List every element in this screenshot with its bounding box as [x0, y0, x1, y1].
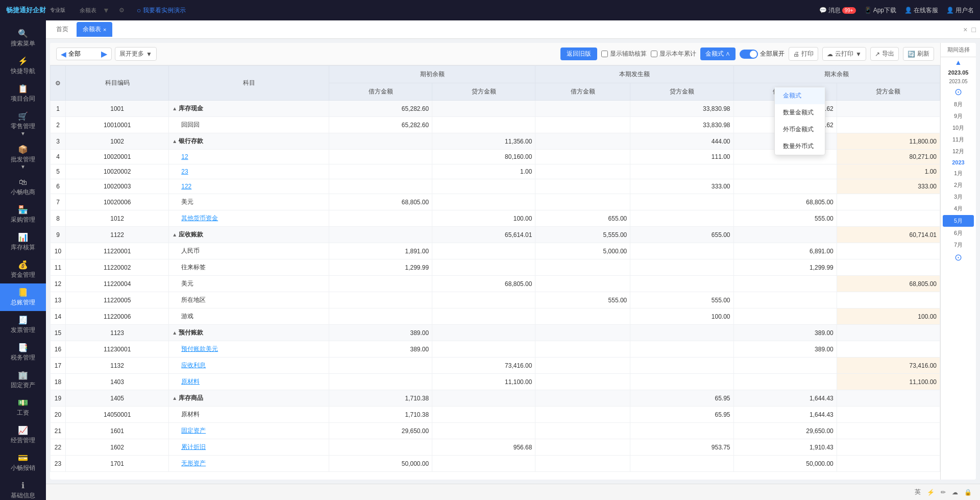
- period-collapse-icon[interactable]: ⊙: [941, 251, 976, 264]
- online-service-btn[interactable]: 👤 在线客服: [904, 6, 938, 15]
- cloud-print-btn[interactable]: ☁ 云打印 ▼: [822, 47, 866, 61]
- settings-icon[interactable]: ⚙: [119, 7, 125, 14]
- tab-home[interactable]: 首页: [50, 22, 75, 37]
- amount-style-option-4[interactable]: 数量外币式: [775, 138, 825, 155]
- sidebar-item-quicknav[interactable]: ⚡ 快捷导航: [0, 52, 46, 80]
- ytd-checkbox-input[interactable]: [651, 51, 657, 57]
- sidebar-item-wholesale[interactable]: 📦 批发管理 ▼: [0, 140, 46, 174]
- sidebar-item-basic[interactable]: ℹ 基础信息: [0, 477, 46, 500]
- sidebar-item-operations[interactable]: 📈 经营管理: [0, 421, 46, 449]
- period-month-6[interactable]: 6月: [941, 227, 976, 239]
- user-avatar[interactable]: 👤 用户名: [946, 6, 974, 15]
- period-month-9[interactable]: 9月: [941, 110, 976, 122]
- account-link[interactable]: 固定资产: [181, 427, 206, 434]
- period-month-11[interactable]: 11月: [941, 134, 976, 146]
- sidebar-item-invoice[interactable]: 🧾 发票管理: [0, 311, 46, 339]
- cell-name[interactable]: 无形资产: [169, 456, 329, 472]
- account-link[interactable]: 其他货币资金: [181, 215, 218, 222]
- cell-per-debit: [535, 439, 630, 456]
- header-settings-icon[interactable]: ⚙: [51, 66, 66, 101]
- period-month-8[interactable]: 8月: [941, 99, 976, 110]
- amount-style-option-1[interactable]: 金额式: [775, 87, 825, 104]
- sidebar-item-fixed-assets[interactable]: 🏢 固定资产: [0, 366, 46, 394]
- cell-name[interactable]: 23: [169, 164, 329, 179]
- cell-name[interactable]: 其他货币资金: [169, 210, 329, 227]
- expand-more-btn[interactable]: 展开更多 ▼: [115, 47, 157, 61]
- cell-name[interactable]: 应收利息: [169, 358, 329, 374]
- account-link[interactable]: 累计折旧: [181, 443, 206, 450]
- bottom-cloud-icon[interactable]: ☁: [952, 489, 958, 496]
- refresh-btn[interactable]: 🔄 刷新: [903, 47, 934, 61]
- amount-style-option-2[interactable]: 数量金额式: [775, 104, 825, 121]
- bottom-lang-btn[interactable]: 英: [915, 488, 921, 496]
- header-open-credit: 贷方金额: [432, 83, 535, 101]
- amount-style-btn[interactable]: 金额式 ∧: [700, 47, 736, 60]
- cell-name[interactable]: 固定资产: [169, 423, 329, 439]
- title-dropdown-icon[interactable]: ▼: [103, 6, 110, 14]
- account-link[interactable]: 应收利息: [181, 362, 206, 369]
- sidebar-item-ecommerce[interactable]: 🛍 小畅电商: [0, 174, 46, 201]
- bottom-icon2[interactable]: ⚡: [927, 489, 935, 496]
- return-old-version-btn[interactable]: 返回旧版: [560, 47, 597, 60]
- account-link[interactable]: 12: [181, 153, 188, 160]
- print-btn[interactable]: 🖨 打印: [789, 47, 818, 61]
- message-btn[interactable]: 💬 消息 99+: [819, 6, 856, 15]
- bottom-edit-icon[interactable]: ✏: [941, 489, 946, 496]
- sidebar-item-search[interactable]: 🔍 搜索菜单: [0, 25, 46, 52]
- cell-close-debit: 68,805.00: [733, 194, 837, 210]
- show-auxiliary-checkbox[interactable]: 显示辅助核算: [601, 50, 647, 58]
- sidebar-item-tax[interactable]: 📑 税务管理: [0, 339, 46, 366]
- sidebar-item-inventory[interactable]: 📊 库存核算: [0, 228, 46, 256]
- restore-window-btn[interactable]: □: [972, 26, 976, 34]
- account-link[interactable]: 预付账款美元: [181, 345, 218, 352]
- export-btn[interactable]: ↗ 导出: [870, 47, 899, 61]
- period-month-7[interactable]: 7月: [941, 239, 976, 251]
- period-month-4[interactable]: 4月: [941, 203, 976, 215]
- sidebar-item-ledger[interactable]: 📒 总账管理: [0, 283, 46, 311]
- sidebar-item-expense[interactable]: 💳 小畅报销: [0, 449, 46, 477]
- period-month-10[interactable]: 10月: [941, 122, 976, 134]
- bottom-lock-icon[interactable]: 🔒: [964, 489, 972, 496]
- account-link[interactable]: 原材料: [181, 378, 200, 385]
- cell-name[interactable]: 12: [169, 150, 329, 164]
- cell-name[interactable]: 122: [169, 179, 329, 194]
- period-expand-icon[interactable]: ⊙: [941, 85, 976, 99]
- cell-open-credit: [432, 194, 535, 210]
- show-ytd-checkbox[interactable]: 显示本年累计: [651, 50, 696, 58]
- cell-name[interactable]: 累计折旧: [169, 439, 329, 456]
- period-month-12[interactable]: 12月: [941, 146, 976, 157]
- period-month-2[interactable]: 2月: [941, 179, 976, 191]
- app-download-btn[interactable]: 📱 App下载: [864, 6, 896, 15]
- search-input[interactable]: [68, 51, 99, 58]
- cell-code: 10020006: [66, 194, 169, 210]
- auxiliary-checkbox-input[interactable]: [601, 51, 608, 57]
- retail-icon: 🛒: [18, 111, 28, 121]
- sidebar-item-purchase[interactable]: 🏪 采购管理: [0, 201, 46, 228]
- cell-close-credit: [837, 390, 940, 407]
- cell-close-debit: 29,650.00: [733, 423, 837, 439]
- cell-name[interactable]: 原材料: [169, 374, 329, 390]
- triangle-icon: ▲: [172, 232, 177, 237]
- sidebar-item-retail[interactable]: 🛒 零售管理 ▼: [0, 107, 46, 140]
- cell-code: 10020002: [66, 164, 169, 179]
- demo-link[interactable]: ○ 我要看实例演示: [137, 6, 186, 15]
- all-expand-toggle-switch[interactable]: [740, 50, 758, 59]
- period-month-3[interactable]: 3月: [941, 191, 976, 203]
- account-link[interactable]: 无形资产: [181, 460, 206, 467]
- period-month-1[interactable]: 1月: [941, 168, 976, 179]
- amount-style-option-3[interactable]: 外币金额式: [775, 121, 825, 138]
- sidebar-item-fund[interactable]: 💰 资金管理: [0, 256, 46, 283]
- tab-close-btn[interactable]: ×: [103, 27, 106, 33]
- sidebar-item-salary[interactable]: 💵 工资: [0, 394, 46, 421]
- window-title: 余额表: [80, 7, 96, 14]
- cell-name[interactable]: 预付账款美元: [169, 341, 329, 358]
- account-link[interactable]: 23: [181, 168, 188, 175]
- close-window-btn[interactable]: ×: [963, 26, 967, 34]
- tab-balance-sheet[interactable]: 余额表 ×: [77, 22, 112, 37]
- period-month-5[interactable]: 5月: [943, 215, 974, 227]
- cell-open-credit: [432, 456, 535, 472]
- sidebar-item-project[interactable]: 📋 项目合同: [0, 80, 46, 107]
- search-right-icon[interactable]: ▶: [101, 49, 107, 59]
- period-up-arrow[interactable]: ▲: [941, 57, 976, 67]
- account-link[interactable]: 122: [181, 183, 191, 190]
